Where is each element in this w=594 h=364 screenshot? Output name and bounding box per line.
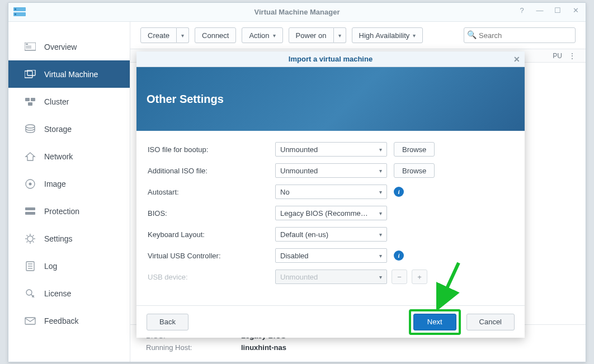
keyboard-layout-select[interactable]: Default (en-us)▾ (275, 227, 387, 242)
power-on-dropdown[interactable]: ▾ (334, 27, 346, 43)
autostart-info-icon[interactable]: i (394, 187, 404, 197)
detail-host-key: Running Host: (146, 343, 241, 352)
cancel-button[interactable]: Cancel (466, 314, 515, 330)
svg-point-18 (27, 236, 33, 242)
feedback-icon (24, 316, 36, 326)
iso-boot-label: ISO file for bootup: (148, 145, 275, 154)
search-icon: 🔍 (467, 30, 477, 39)
sidebar-item-cluster[interactable]: Cluster (8, 88, 130, 115)
caret-down-icon: ▾ (181, 32, 184, 39)
additional-iso-browse-button[interactable]: Browse (394, 163, 435, 178)
create-button[interactable]: Create (140, 27, 177, 43)
sidebar-label: Virtual Machine (44, 70, 98, 79)
svg-rect-17 (25, 212, 35, 215)
title-bar: Virtual Machine Manager ? — ☐ ✕ (8, 3, 586, 22)
sidebar-label: Network (44, 152, 73, 161)
usb-controller-label: Virtual USB Controller: (148, 252, 275, 260)
cpu-column: PU (553, 52, 562, 60)
caret-down-icon: ▾ (379, 168, 382, 174)
caret-down-icon: ▾ (338, 32, 341, 39)
next-button[interactable]: Next (413, 314, 456, 330)
autostart-select[interactable]: No▾ (275, 185, 387, 199)
sidebar-item-image[interactable]: Image (8, 170, 130, 197)
toolbar: Create ▾ Connect Action▾ Power on ▾ High… (130, 22, 586, 49)
svg-point-15 (29, 182, 32, 185)
sidebar-label: License (44, 289, 71, 298)
usb-device-add-button: + (412, 270, 427, 284)
sidebar-label: Overview (44, 42, 77, 51)
overview-icon (24, 42, 36, 52)
search-input[interactable] (464, 27, 576, 43)
usb-controller-select[interactable]: Disabled▾ (275, 248, 387, 263)
storage-icon (24, 124, 36, 134)
sidebar-label: Settings (44, 234, 73, 243)
iso-boot-browse-button[interactable]: Browse (394, 142, 435, 157)
svg-rect-7 (26, 48, 31, 48)
sidebar-label: Protection (44, 207, 79, 216)
maximize-icon[interactable]: ☐ (550, 4, 565, 16)
log-icon (24, 261, 36, 271)
svg-line-24 (32, 241, 34, 242)
keyboard-layout-label: Keyboard Layout: (148, 230, 275, 239)
dialog-footer: Back Next Cancel (136, 305, 525, 338)
usb-device-label: USB device: (148, 273, 275, 281)
sidebar: Overview Virtual Machine Cluster Storage… (8, 22, 130, 362)
svg-line-26 (32, 235, 34, 236)
minimize-icon[interactable]: — (532, 4, 548, 16)
svg-rect-32 (25, 318, 35, 324)
cluster-icon (24, 97, 36, 107)
sidebar-item-virtual-machine[interactable]: Virtual Machine (8, 60, 130, 88)
app-icon (13, 7, 26, 18)
caret-down-icon: ▾ (379, 210, 382, 216)
usb-device-select: Unmounted▾ (275, 270, 387, 284)
close-icon[interactable]: ✕ (568, 4, 583, 16)
dialog-body: ISO file for bootup: Unmounted▾ Browse A… (136, 131, 525, 305)
svg-rect-5 (26, 44, 28, 45)
sidebar-item-storage[interactable]: Storage (8, 115, 130, 143)
svg-rect-12 (28, 102, 32, 106)
table-menu-icon[interactable]: ⋮ (569, 52, 576, 60)
caret-down-icon: ▾ (379, 189, 382, 195)
protection-icon (24, 206, 36, 216)
caret-down-icon: ▾ (379, 146, 382, 153)
dialog-title: Import a virtual machine (289, 55, 373, 63)
next-button-highlight: Next (409, 309, 461, 335)
autostart-label: Autostart: (148, 188, 275, 196)
usb-controller-info-icon[interactable]: i (394, 250, 404, 261)
svg-rect-2 (15, 8, 16, 10)
action-button[interactable]: Action▾ (242, 27, 282, 43)
dialog-close-button[interactable]: ✕ (513, 51, 520, 67)
sidebar-item-license[interactable]: License (8, 280, 130, 307)
svg-rect-6 (26, 46, 31, 46)
sidebar-label: Storage (44, 125, 72, 134)
svg-rect-10 (25, 98, 30, 101)
caret-down-icon: ▾ (379, 231, 382, 238)
sidebar-item-settings[interactable]: Settings (8, 225, 130, 252)
connect-button[interactable]: Connect (195, 27, 236, 43)
power-on-button[interactable]: Power on (289, 27, 334, 43)
create-split: Create ▾ (140, 27, 189, 43)
sidebar-label: Cluster (44, 97, 69, 106)
sidebar-item-log[interactable]: Log (8, 252, 130, 280)
additional-iso-select[interactable]: Unmounted▾ (275, 163, 387, 178)
settings-icon (24, 234, 36, 244)
bios-label: BIOS: (148, 209, 275, 218)
usb-device-remove-button: − (392, 270, 407, 284)
additional-iso-label: Additional ISO file: (148, 167, 275, 175)
sidebar-label: Feedback (44, 316, 78, 325)
create-dropdown[interactable]: ▾ (177, 27, 189, 43)
window-controls: ? — ☐ ✕ (514, 4, 583, 16)
help-icon[interactable]: ? (514, 4, 530, 16)
dialog-banner: Other Settings (136, 67, 525, 131)
bios-select[interactable]: Legacy BIOS (Recommended)▾ (275, 206, 387, 220)
iso-boot-select[interactable]: Unmounted▾ (275, 142, 387, 157)
svg-rect-16 (25, 207, 35, 210)
detail-host-value: linuxhint-nas (241, 343, 286, 352)
high-availability-button[interactable]: High Availability▾ (352, 27, 423, 43)
back-button[interactable]: Back (147, 314, 188, 330)
sidebar-item-overview[interactable]: Overview (8, 33, 130, 60)
sidebar-item-protection[interactable]: Protection (8, 197, 130, 225)
sidebar-item-network[interactable]: Network (8, 143, 130, 170)
sidebar-item-feedback[interactable]: Feedback (8, 307, 130, 334)
license-icon (24, 289, 36, 299)
